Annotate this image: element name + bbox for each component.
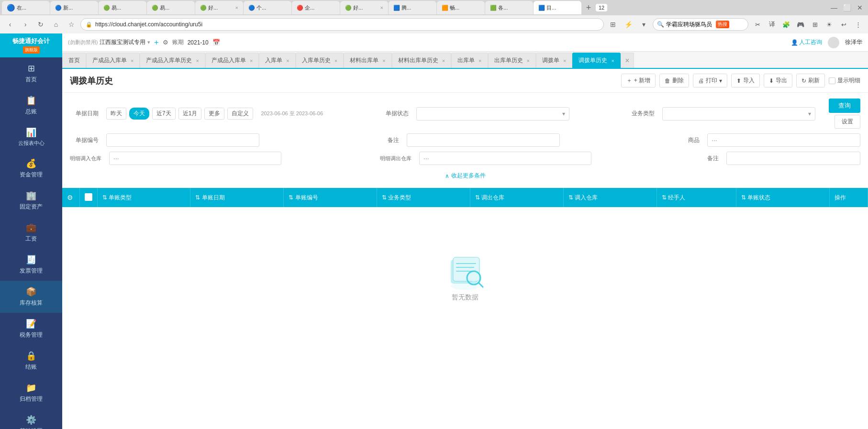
table-select-all-header[interactable]	[79, 188, 97, 207]
close-all-tabs-button[interactable]: ×	[621, 53, 634, 68]
browser-tab-6[interactable]: 🔴 企...	[292, 1, 340, 14]
tab-outbound-history[interactable]: 出库单历史 ×	[488, 53, 536, 68]
sidebar-item-ledger[interactable]: 📋 总账	[0, 89, 62, 121]
refresh-button[interactable]: ↻	[34, 18, 47, 31]
print-button[interactable]: 🖨 打印 ▾	[693, 74, 727, 88]
browser-tab-1[interactable]: 🔵 新...	[50, 1, 98, 14]
browser-menu-button[interactable]: ⊞	[607, 18, 619, 31]
add-company-button[interactable]: +	[154, 38, 158, 47]
status-select[interactable]: ▾	[416, 107, 569, 121]
flash-button[interactable]: ⚡	[622, 18, 634, 31]
sidebar-item-basic[interactable]: ⚙️ 基础设置	[0, 409, 62, 429]
biz-type-select[interactable]: ▾	[662, 107, 815, 121]
col-type-header[interactable]: ⇅ 单账类型	[97, 188, 190, 207]
tab-inbound-history[interactable]: 入库单历史 ×	[296, 53, 344, 68]
sidebar-item-inventory[interactable]: 📦 库存核算	[0, 281, 62, 313]
table-settings-header[interactable]: ⚙	[62, 188, 79, 207]
address-bar[interactable]: 🔒 https://cloud.chanjet.com/accounting/u…	[80, 18, 604, 31]
browser-tab-home[interactable]: 🔵 在...	[2, 1, 50, 14]
select-all-checkbox[interactable]	[85, 193, 92, 201]
close-button[interactable]: ✕	[854, 1, 866, 14]
browser-tab-7[interactable]: 🟢 好... ×	[340, 1, 388, 14]
import-button[interactable]: ⬆ 导入	[731, 74, 760, 88]
detail-in-select[interactable]: ···	[109, 152, 281, 165]
game-icon[interactable]: 🎮	[794, 18, 807, 31]
settings-gear-icon[interactable]: ⚙	[163, 39, 168, 46]
browser-tab-5[interactable]: 🔵 个...	[244, 1, 291, 14]
tab-transfer-history[interactable]: 调拨单历史 ×	[572, 53, 620, 68]
col-out-warehouse-header[interactable]: ⇅ 调出仓库	[470, 188, 563, 207]
col-biz-type-header[interactable]: ⇅ 业务类型	[377, 188, 470, 207]
date-btn-yesterday[interactable]: 昨天	[106, 108, 126, 120]
dropdown-button[interactable]: ▾	[637, 18, 650, 31]
col-date-header[interactable]: ⇅ 单账日期	[190, 188, 284, 207]
date-btn-1month[interactable]: 近1月	[178, 108, 202, 120]
search-bar[interactable]: 🔍 学霸应聘场驱鸟员 热搜	[653, 18, 748, 31]
delete-button[interactable]: 🗑 删除	[659, 74, 689, 88]
sidebar-item-asset[interactable]: 🏢 固定资产	[0, 185, 62, 217]
browser-tab-4[interactable]: 🟢 好... ×	[195, 1, 243, 14]
calendar-icon[interactable]: 📅	[212, 39, 220, 46]
table-settings-button[interactable]: 设置	[835, 115, 860, 129]
browser-tab-9[interactable]: 🟧 畅...	[437, 1, 485, 14]
tab-product-stock[interactable]: 产成品入库单 ×	[86, 53, 140, 68]
query-button[interactable]: 查询	[829, 99, 860, 113]
collapse-button[interactable]: ∧ 收起更多条件	[70, 170, 860, 182]
tab-material-out-history[interactable]: 材料出库单历史 ×	[392, 53, 451, 68]
browser-tab-10[interactable]: 🟩 各...	[485, 1, 533, 14]
forward-button[interactable]: ›	[19, 18, 32, 31]
col-no-header[interactable]: ⇅ 单账编号	[284, 188, 377, 207]
bookmark-button[interactable]: ☆	[65, 18, 78, 31]
col-status-header[interactable]: ⇅ 单账状态	[736, 188, 830, 207]
new-tab-button[interactable]: +	[582, 1, 595, 14]
tab-transfer[interactable]: 调拨单 ×	[536, 53, 572, 68]
extension-icon[interactable]: 🧩	[780, 18, 792, 31]
translate-icon[interactable]: 译	[766, 18, 778, 31]
home-button[interactable]: ⌂	[50, 18, 62, 31]
scissors-icon[interactable]: ✂	[751, 18, 764, 31]
sidebar-item-report[interactable]: 📊 云报表中心	[0, 121, 62, 153]
sidebar-item-salary[interactable]: 💼 工资	[0, 217, 62, 249]
undo-icon[interactable]: ↩	[837, 18, 850, 31]
sidebar-item-invoice[interactable]: 🧾 发票管理	[0, 249, 62, 281]
browser-tab-3[interactable]: 🟢 易...	[147, 1, 195, 14]
customer-service-button[interactable]: 👤 人工咨询	[791, 38, 822, 46]
minimize-button[interactable]: —	[828, 1, 840, 14]
date-btn-custom[interactable]: 自定义	[227, 108, 253, 120]
grid-icon[interactable]: ⊞	[809, 18, 821, 31]
browser-tab-active[interactable]: 🟦 目...	[534, 1, 581, 14]
company-selector[interactable]: (勿删勿禁用) 江西服宝测试专用 ▾	[68, 38, 150, 46]
more-icon[interactable]: ⋮	[852, 18, 864, 31]
tab-inbound[interactable]: 入库单 ×	[259, 53, 295, 68]
new-button[interactable]: ＋ + 新增	[621, 74, 656, 88]
remark-input[interactable]	[407, 133, 560, 147]
tab-outbound[interactable]: 出库单 ×	[451, 53, 488, 68]
theme-icon[interactable]: ☀	[823, 18, 835, 31]
detail-out-select[interactable]: ···	[419, 152, 591, 165]
browser-tab-8[interactable]: 🟦 腾...	[389, 1, 436, 14]
col-in-warehouse-header[interactable]: ⇅ 调入仓库	[563, 188, 657, 207]
sidebar-item-close[interactable]: 🔒 结账	[0, 345, 62, 377]
date-btn-more[interactable]: 更多	[204, 108, 224, 120]
sidebar-item-archive[interactable]: 📁 归档管理	[0, 377, 62, 409]
refresh-button[interactable]: ↻ 刷新	[796, 74, 825, 88]
date-btn-7days[interactable]: 近7天	[152, 108, 176, 120]
tab-material-out[interactable]: 材料出库单 ×	[344, 53, 391, 68]
date-btn-today[interactable]: 今天	[129, 108, 149, 120]
sidebar-item-home[interactable]: ⊞ 首页	[0, 57, 62, 89]
back-button[interactable]: ‹	[4, 18, 16, 31]
export-button[interactable]: ⬇ 导出	[764, 74, 792, 88]
col-handler-header[interactable]: ⇅ 经手人	[657, 188, 736, 207]
sidebar-item-fund[interactable]: 💰 资金管理	[0, 153, 62, 185]
browser-tab-2[interactable]: 🟢 易...	[99, 1, 146, 14]
doc-no-input[interactable]	[106, 133, 259, 147]
maximize-button[interactable]: ⬜	[841, 1, 853, 14]
detail-remark-input[interactable]	[726, 152, 860, 165]
show-full-toggle[interactable]: 显示明细	[829, 77, 860, 85]
tab-product-stock-history[interactable]: 产成品入库单历史 ×	[140, 53, 205, 68]
tab-product-stock-2[interactable]: 产成品入库单 ×	[205, 53, 259, 68]
user-info[interactable]: 徐泽华	[845, 38, 862, 46]
sidebar-item-tax[interactable]: 📝 税务管理	[0, 313, 62, 345]
tab-home[interactable]: 首页	[62, 53, 86, 68]
goods-select[interactable]: ···	[707, 133, 860, 147]
